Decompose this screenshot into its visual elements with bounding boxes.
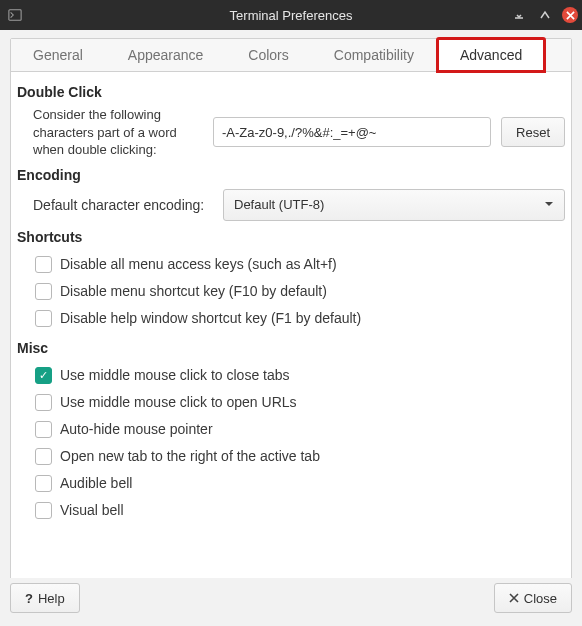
tab-colors[interactable]: Colors xyxy=(226,39,311,71)
close-icon xyxy=(509,591,519,606)
misc-row[interactable]: Open new tab to the right of the active … xyxy=(35,443,565,470)
encoding-row: Default character encoding: Default (UTF… xyxy=(33,189,565,221)
misc-checkbox[interactable]: ✓ xyxy=(35,367,52,384)
section-encoding: Encoding xyxy=(17,167,565,183)
misc-row[interactable]: Visual bell xyxy=(35,497,565,524)
close-window-button[interactable] xyxy=(562,7,578,23)
word-chars-row: Consider the following characters part o… xyxy=(33,106,565,159)
shortcut-checkbox[interactable] xyxy=(35,310,52,327)
misc-label: Audible bell xyxy=(60,475,132,491)
word-chars-input[interactable] xyxy=(213,117,491,147)
minimize-button[interactable] xyxy=(510,6,528,24)
misc-label: Open new tab to the right of the active … xyxy=(60,448,320,464)
misc-checkbox[interactable] xyxy=(35,475,52,492)
section-double-click: Double Click xyxy=(17,84,565,100)
window-controls xyxy=(510,0,578,30)
encoding-select[interactable]: Default (UTF-8) xyxy=(223,189,565,221)
section-shortcuts: Shortcuts xyxy=(17,229,565,245)
close-label: Close xyxy=(524,591,557,606)
section-misc: Misc xyxy=(17,340,565,356)
misc-row[interactable]: Use middle mouse click to open URLs xyxy=(35,389,565,416)
encoding-value: Default (UTF-8) xyxy=(234,197,324,212)
shortcut-checkbox[interactable] xyxy=(35,283,52,300)
reset-button[interactable]: Reset xyxy=(501,117,565,147)
svg-rect-0 xyxy=(9,10,21,21)
tab-panel-advanced: Double Click Consider the following char… xyxy=(11,72,571,578)
chevron-down-icon xyxy=(544,197,554,212)
tab-general[interactable]: General xyxy=(11,39,106,71)
shortcuts-list: Disable all menu access keys (such as Al… xyxy=(17,251,565,332)
misc-label: Auto-hide mouse pointer xyxy=(60,421,213,437)
misc-row[interactable]: Auto-hide mouse pointer xyxy=(35,416,565,443)
tab-appearance[interactable]: Appearance xyxy=(106,39,227,71)
titlebar: Terminal Preferences xyxy=(0,0,582,30)
close-button[interactable]: Close xyxy=(494,583,572,613)
tabs-container: General Appearance Colors Compatibility … xyxy=(10,38,572,578)
shortcut-row[interactable]: Disable menu shortcut key (F10 by defaul… xyxy=(35,278,565,305)
misc-label: Use middle mouse click to open URLs xyxy=(60,394,297,410)
misc-label: Use middle mouse click to close tabs xyxy=(60,367,290,383)
misc-checkbox[interactable] xyxy=(35,394,52,411)
misc-list: ✓Use middle mouse click to close tabsUse… xyxy=(17,362,565,524)
content-area: General Appearance Colors Compatibility … xyxy=(0,30,582,578)
misc-label: Visual bell xyxy=(60,502,124,518)
shortcut-checkbox[interactable] xyxy=(35,256,52,273)
tab-strip: General Appearance Colors Compatibility … xyxy=(11,39,571,72)
shortcut-row[interactable]: Disable help window shortcut key (F1 by … xyxy=(35,305,565,332)
word-chars-label: Consider the following characters part o… xyxy=(33,106,203,159)
misc-checkbox[interactable] xyxy=(35,421,52,438)
misc-row[interactable]: ✓Use middle mouse click to close tabs xyxy=(35,362,565,389)
misc-checkbox[interactable] xyxy=(35,502,52,519)
window-title: Terminal Preferences xyxy=(0,8,582,23)
help-button[interactable]: ? Help xyxy=(10,583,80,613)
shortcut-row[interactable]: Disable all menu access keys (such as Al… xyxy=(35,251,565,278)
app-icon xyxy=(8,8,22,22)
help-label: Help xyxy=(38,591,65,606)
help-icon: ? xyxy=(25,591,33,606)
misc-row[interactable]: Audible bell xyxy=(35,470,565,497)
shortcut-label: Disable menu shortcut key (F10 by defaul… xyxy=(60,283,327,299)
dialog-footer: ? Help Close xyxy=(0,578,582,618)
shortcut-label: Disable all menu access keys (such as Al… xyxy=(60,256,337,272)
misc-checkbox[interactable] xyxy=(35,448,52,465)
shortcut-label: Disable help window shortcut key (F1 by … xyxy=(60,310,361,326)
encoding-label: Default character encoding: xyxy=(33,197,213,213)
tab-compatibility[interactable]: Compatibility xyxy=(312,39,437,71)
maximize-button[interactable] xyxy=(536,6,554,24)
tab-advanced[interactable]: Advanced xyxy=(437,38,545,72)
